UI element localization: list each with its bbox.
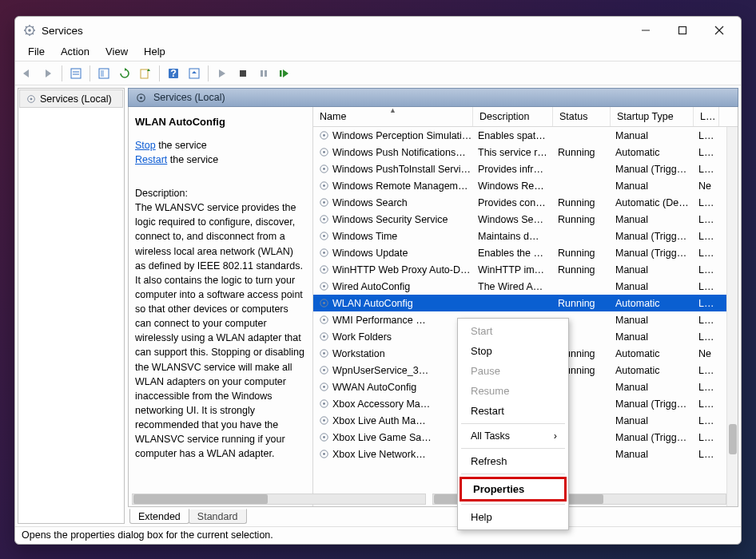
svg-point-50 xyxy=(323,285,325,287)
menu-file[interactable]: File xyxy=(20,44,53,61)
gear-icon xyxy=(318,331,330,343)
gear-icon xyxy=(23,24,36,37)
gear-icon xyxy=(318,347,330,359)
detail-pane: WLAN AutoConfig Stop the service Restart… xyxy=(129,107,312,506)
gear-icon xyxy=(25,93,37,105)
gear-icon xyxy=(318,163,330,175)
gear-icon xyxy=(318,213,330,225)
svg-point-28 xyxy=(30,97,32,100)
service-desc: WinHTTP im… xyxy=(473,264,553,276)
service-logon: Loc xyxy=(694,147,719,158)
svg-line-8 xyxy=(26,34,26,34)
export-icon[interactable] xyxy=(136,64,155,83)
restart-line: Restart the service xyxy=(135,153,304,167)
service-desc: Maintains d… xyxy=(473,231,553,242)
ctx-restart[interactable]: Restart xyxy=(460,401,567,421)
restart-control-icon[interactable] xyxy=(275,64,294,83)
service-startup: Manual xyxy=(611,315,694,326)
service-row[interactable]: Windows Remote Managem…Windows Re…Manual… xyxy=(313,177,738,194)
service-startup: Manual xyxy=(611,449,694,460)
help-icon[interactable]: ? xyxy=(164,64,183,83)
gear-icon xyxy=(318,381,330,393)
service-startup: Manual (Trigg… xyxy=(611,432,694,443)
selected-service-name: WLAN AutoConfig xyxy=(135,115,304,130)
service-logon: Loc xyxy=(694,365,719,376)
gear-icon xyxy=(318,180,330,192)
service-row[interactable]: WinHTTP Web Proxy Auto-D…WinHTTP im…Runn… xyxy=(313,261,738,278)
svg-rect-24 xyxy=(261,70,263,77)
service-row[interactable]: Windows Security ServiceWindows Se…Runni… xyxy=(313,211,738,228)
gear-icon xyxy=(318,264,330,276)
service-logon: Loc xyxy=(694,164,719,175)
service-name: WWAN AutoConfig xyxy=(332,382,416,393)
tab-extended[interactable]: Extended xyxy=(129,509,189,524)
service-desc: Enables spat… xyxy=(473,130,553,141)
service-logon: Loc xyxy=(694,415,719,426)
gear-icon xyxy=(318,314,330,326)
menu-help[interactable]: Help xyxy=(136,44,173,61)
ctx-stop[interactable]: Stop xyxy=(460,341,567,361)
col-status[interactable]: Status xyxy=(553,107,611,126)
service-status: Running xyxy=(553,264,611,276)
tree-services-local[interactable]: Services (Local) xyxy=(19,89,123,108)
context-menu: Start Stop Pause Resume Restart All Task… xyxy=(457,318,569,530)
stop-link[interactable]: Stop xyxy=(135,140,156,151)
forward-icon[interactable] xyxy=(38,64,58,83)
col-startup[interactable]: Startup Type xyxy=(611,107,694,126)
play-icon[interactable] xyxy=(213,64,232,83)
svg-text:?: ? xyxy=(170,68,177,79)
ctx-all-tasks[interactable]: All Tasks› xyxy=(460,426,567,446)
gear-icon xyxy=(318,129,330,141)
service-name: Workstation xyxy=(332,348,385,359)
titlebar: Services xyxy=(15,17,741,44)
service-row[interactable]: Windows Perception Simulati…Enables spat… xyxy=(313,127,738,144)
service-row[interactable]: Windows Push Notifications…This service … xyxy=(313,144,738,161)
service-name: Xbox Live Game Sa… xyxy=(332,432,432,443)
restart-link[interactable]: Restart xyxy=(135,154,167,165)
service-logon: Loc xyxy=(694,248,719,259)
minimize-button[interactable] xyxy=(627,18,664,43)
separator xyxy=(62,65,62,81)
svg-point-36 xyxy=(323,168,325,170)
col-description[interactable]: Description xyxy=(473,107,553,126)
service-row[interactable]: WLAN AutoConfigRunningAutomaticLoc xyxy=(313,295,738,311)
service-logon: Loc xyxy=(694,315,719,326)
service-row[interactable]: Windows PushToInstall Servi…Provides inf… xyxy=(313,161,738,177)
service-status: Running xyxy=(553,147,611,158)
maximize-button[interactable] xyxy=(664,18,701,43)
col-logon[interactable]: Log xyxy=(694,107,719,126)
close-button[interactable] xyxy=(701,18,738,43)
right-pane: Services (Local) WLAN AutoConfig Stop th… xyxy=(128,88,738,524)
show-hide-icon[interactable] xyxy=(94,64,113,83)
svg-point-56 xyxy=(323,335,325,338)
ctx-refresh[interactable]: Refresh xyxy=(460,451,567,471)
service-row[interactable]: Windows SearchProvides con…RunningAutoma… xyxy=(313,194,738,211)
ctx-start: Start xyxy=(460,321,567,341)
vertical-scrollbar[interactable] xyxy=(726,127,738,506)
svg-line-6 xyxy=(26,26,26,27)
service-startup: Automatic xyxy=(611,365,694,376)
pause-control-icon[interactable] xyxy=(254,64,273,83)
gear-icon xyxy=(318,364,330,376)
stop-control-icon[interactable] xyxy=(233,64,253,83)
svg-point-54 xyxy=(323,319,325,321)
back-icon[interactable] xyxy=(18,64,37,83)
service-row[interactable]: Windows UpdateEnables the …RunningManual… xyxy=(313,244,738,261)
tab-standard[interactable]: Standard xyxy=(189,509,247,524)
refresh-icon[interactable] xyxy=(115,64,134,83)
col-name[interactable]: ▲Name xyxy=(313,107,473,126)
svg-point-40 xyxy=(323,201,325,204)
service-row[interactable]: Wired AutoConfigThe Wired A…ManualLoc xyxy=(313,278,738,295)
properties-icon[interactable] xyxy=(66,64,86,83)
filter-icon[interactable] xyxy=(185,64,204,83)
menu-view[interactable]: View xyxy=(97,44,136,61)
ctx-properties[interactable]: Properties xyxy=(460,477,567,502)
service-row[interactable]: Windows TimeMaintains d…Manual (Trigg…Lo… xyxy=(313,228,738,244)
menu-action[interactable]: Action xyxy=(53,44,97,61)
service-startup: Manual xyxy=(611,281,694,292)
service-startup: Automatic (De… xyxy=(611,197,694,208)
stop-tail: the service xyxy=(156,140,207,151)
scroll-thumb[interactable] xyxy=(729,424,737,454)
ctx-help[interactable]: Help xyxy=(460,507,567,527)
stop-line: Stop the service xyxy=(135,138,304,153)
